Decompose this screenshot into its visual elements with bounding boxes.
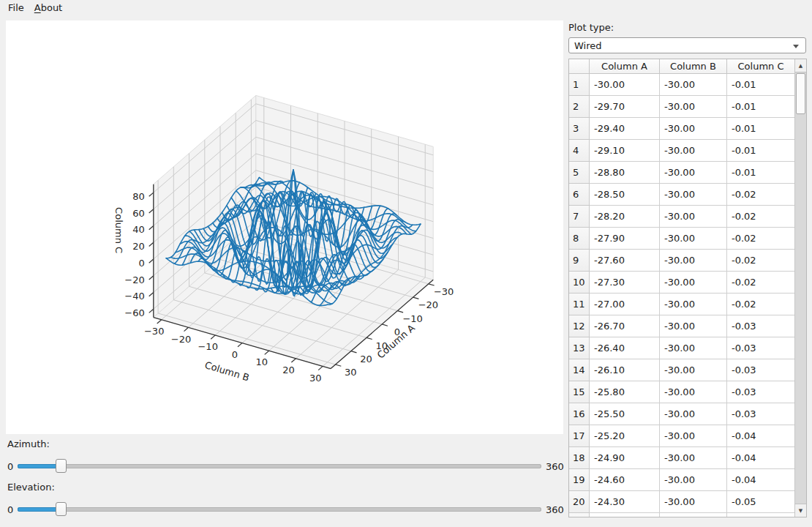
cell-column-b[interactable]: -30.00 (660, 140, 727, 162)
row-number[interactable]: 4 (569, 140, 590, 162)
table-row[interactable]: 10-27.30-30.00-0.02 (569, 272, 794, 294)
table-row[interactable]: 11-27.00-30.00-0.02 (569, 294, 794, 315)
cell-column-b[interactable]: -30.00 (660, 359, 727, 381)
row-number[interactable]: 3 (569, 118, 590, 140)
cell-column-b[interactable]: -30.00 (660, 206, 727, 228)
row-number[interactable]: 2 (569, 96, 590, 118)
table-row[interactable]: 8-27.90-30.00-0.02 (569, 228, 794, 250)
azimuth-slider-track[interactable] (18, 464, 541, 468)
cell-column-a[interactable]: -24.60 (590, 469, 660, 491)
cell-column-a[interactable]: -29.70 (590, 96, 660, 118)
cell-column-c[interactable]: -0.03 (727, 359, 794, 381)
table-row[interactable]: 20-24.30-30.00-0.05 (569, 491, 794, 513)
cell-column-c[interactable]: -0.04 (727, 447, 794, 469)
menu-item-file[interactable]: File (3, 1, 29, 14)
cell-column-c[interactable]: -0.03 (727, 337, 794, 359)
row-number[interactable]: 7 (569, 206, 590, 228)
cell-column-a[interactable]: -27.60 (590, 250, 660, 272)
elevation-slider-track[interactable] (18, 507, 541, 512)
table-row[interactable]: 4-29.10-30.00-0.01 (569, 140, 794, 162)
cell-column-b[interactable]: -30.00 (660, 425, 727, 447)
cell-column-b[interactable]: -30.00 (660, 272, 727, 294)
cell-column-c[interactable]: -0.01 (727, 162, 794, 184)
table-row[interactable]: 19-24.60-30.00-0.04 (569, 469, 794, 491)
table-row[interactable]: 14-26.10-30.00-0.03 (569, 359, 794, 381)
row-number[interactable]: 19 (569, 469, 590, 491)
cell-column-b[interactable]: -30.00 (660, 491, 727, 513)
table-row[interactable]: 13-26.40-30.00-0.03 (569, 337, 794, 359)
scrollbar-up-icon[interactable]: ▲ (795, 59, 806, 72)
cell-column-b[interactable]: -30.00 (660, 96, 727, 118)
cell-column-a[interactable]: -30.00 (590, 74, 660, 96)
cell-column-b[interactable]: -30.00 (660, 381, 727, 403)
cell-column-a[interactable]: -29.10 (590, 140, 660, 162)
cell-column-c[interactable]: -0.01 (727, 96, 794, 118)
menu-item-about[interactable]: About (29, 1, 67, 14)
row-number[interactable]: 10 (569, 272, 590, 294)
row-number[interactable]: 13 (569, 337, 590, 359)
column-header-column-c[interactable]: Column C (727, 59, 794, 74)
table-row[interactable]: 12-26.70-30.00-0.03 (569, 315, 794, 337)
cell-column-c[interactable]: -0.02 (727, 206, 794, 228)
cell-column-b[interactable]: -30.00 (660, 228, 727, 250)
row-number[interactable]: 11 (569, 294, 590, 315)
row-number[interactable]: 12 (569, 315, 590, 337)
table-scrollbar[interactable]: ▲ ▼ (794, 59, 806, 517)
cell-column-b[interactable]: -30.00 (660, 184, 727, 206)
cell-column-b[interactable]: -30.00 (660, 337, 727, 359)
azimuth-slider-handle[interactable] (56, 459, 67, 473)
cell-column-c[interactable]: -0.02 (727, 228, 794, 250)
cell-column-a[interactable]: -27.90 (590, 228, 660, 250)
cell-column-a[interactable]: -25.80 (590, 381, 660, 403)
cell-column-b[interactable]: -30.00 (660, 469, 727, 491)
cell-column-a[interactable]: -26.10 (590, 359, 660, 381)
cell-column-b[interactable]: -30.00 (660, 447, 727, 469)
table-row[interactable]: 17-25.20-30.00-0.04 (569, 425, 794, 447)
cell-column-c[interactable]: -0.02 (727, 272, 794, 294)
table-row[interactable]: 2-29.70-30.00-0.01 (569, 96, 794, 118)
cell-column-b[interactable]: -30.00 (660, 315, 727, 337)
table-row[interactable]: 3-29.40-30.00-0.01 (569, 118, 794, 140)
cell-column-a[interactable]: -28.20 (590, 206, 660, 228)
table-row[interactable]: 15-25.80-30.00-0.03 (569, 381, 794, 403)
scrollbar-down-icon[interactable]: ▼ (795, 504, 806, 517)
cell-column-c[interactable]: -0.02 (727, 250, 794, 272)
column-header-column-a[interactable]: Column A (590, 59, 660, 74)
cell-column-a[interactable]: -24.30 (590, 491, 660, 513)
row-number[interactable]: 1 (569, 74, 590, 96)
cell-column-c[interactable]: -0.04 (727, 425, 794, 447)
cell-column-a[interactable]: -27.00 (590, 294, 660, 315)
cell-column-c[interactable]: -0.02 (727, 184, 794, 206)
plot-canvas[interactable]: −60−40−20020406080−30−20−100102030−30−20… (6, 20, 563, 434)
row-number[interactable]: 8 (569, 228, 590, 250)
column-header-column-b[interactable]: Column B (660, 59, 727, 74)
cell-column-b[interactable]: -30.00 (660, 118, 727, 140)
cell-column-c[interactable]: -0.01 (727, 140, 794, 162)
row-number[interactable]: 18 (569, 447, 590, 469)
table-row[interactable]: 7-28.20-30.00-0.02 (569, 206, 794, 228)
row-number[interactable]: 5 (569, 162, 590, 184)
cell-column-b[interactable]: -30.00 (660, 294, 727, 315)
cell-column-b[interactable]: -30.00 (660, 74, 727, 96)
cell-column-a[interactable]: -27.30 (590, 272, 660, 294)
table-row[interactable]: 1-30.00-30.00-0.01 (569, 74, 794, 96)
row-number[interactable]: 15 (569, 381, 590, 403)
cell-column-c[interactable]: -0.03 (727, 315, 794, 337)
row-number[interactable]: 14 (569, 359, 590, 381)
cell-column-c[interactable]: -0.03 (727, 381, 794, 403)
cell-column-a[interactable]: -26.70 (590, 315, 660, 337)
elevation-slider-handle[interactable] (56, 502, 67, 516)
cell-column-b[interactable]: -30.00 (660, 403, 727, 425)
cell-column-c[interactable]: -0.01 (727, 118, 794, 140)
row-number[interactable]: 20 (569, 491, 590, 513)
scrollbar-thumb[interactable] (796, 73, 805, 114)
cell-column-c[interactable]: -0.01 (727, 74, 794, 96)
table-row[interactable]: 16-25.50-30.00-0.03 (569, 403, 794, 425)
table-row[interactable]: 9-27.60-30.00-0.02 (569, 250, 794, 272)
cell-column-b[interactable]: -30.00 (660, 250, 727, 272)
row-number[interactable]: 9 (569, 250, 590, 272)
azimuth-slider[interactable] (18, 459, 541, 473)
cell-column-a[interactable]: -28.80 (590, 162, 660, 184)
table-row[interactable]: 18-24.90-30.00-0.04 (569, 447, 794, 469)
cell-column-a[interactable]: -25.50 (590, 403, 660, 425)
